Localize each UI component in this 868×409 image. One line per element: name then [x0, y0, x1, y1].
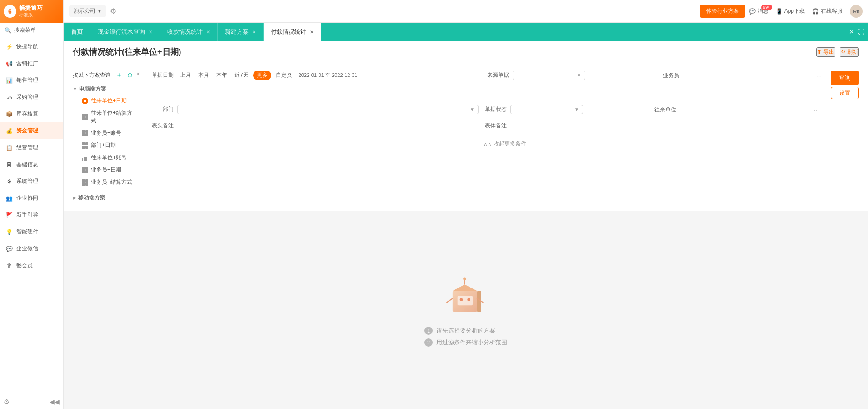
doc-status-select[interactable]: ▼ [510, 105, 583, 114]
tab-new-scheme[interactable]: 新建方案 ✕ [218, 23, 264, 41]
sidebar-search[interactable]: 🔍 搜索菜单 [0, 23, 63, 38]
doc-status-label: 单据状态 [484, 106, 507, 113]
scheme-item-salesperson-settlement[interactable]: 业务员+结算方式 [73, 176, 140, 188]
sidebar-item-finance[interactable]: 💰 资金管理 [0, 122, 63, 139]
sidebar-item-purchase[interactable]: 🛍 采购管理 [0, 89, 63, 106]
date-option-last-month[interactable]: 上月 [177, 71, 194, 80]
date-option-this-year[interactable]: 本年 [214, 71, 230, 80]
sidebar-item-guide[interactable]: 🚩 新手引导 [0, 207, 63, 223]
refresh-btn[interactable]: ↻ 刷新 [840, 47, 859, 57]
source-select[interactable]: ▼ [513, 71, 585, 80]
sidebar: 6 畅捷通巧 标准版 🔍 搜索菜单 ⚡ 快捷导航 📢 营销推广 📊 销售管理 🛍… [0, 0, 64, 409]
messages-btn[interactable]: 💬 消息 99+ [749, 7, 768, 15]
tab-bank-flow[interactable]: 现金银行流水查询 ✕ [90, 23, 160, 41]
scheme-panel-header: 按以下方案查询 ＋ ⊙ « [73, 71, 140, 80]
query-btn[interactable]: 查询 [831, 71, 859, 85]
sidebar-title: 畅捷通巧 [19, 5, 43, 12]
date-option-this-month[interactable]: 本月 [195, 71, 212, 80]
tab-bank-flow-close[interactable]: ✕ [149, 30, 152, 35]
sidebar-settings-btn[interactable]: ⚙ [4, 398, 10, 405]
date-label: 单据日期 [151, 71, 174, 79]
scheme-item-unit-date[interactable]: 往来单位+日期 [73, 95, 140, 107]
online-service-btn[interactable]: 🎧 在线客服 [812, 7, 843, 15]
scheme-add-btn[interactable]: ＋ [115, 71, 124, 80]
tab-income-stats[interactable]: 收款情况统计 ✕ [160, 23, 218, 41]
sidebar-item-inventory[interactable]: 📦 库存核算 [0, 106, 63, 122]
export-btn[interactable]: ⬆ 导出 [816, 47, 835, 57]
sidebar-item-sales[interactable]: 📊 销售管理 [0, 72, 63, 89]
mobile-section-header[interactable]: ▶ 移动端方案 [73, 192, 140, 203]
date-option-last-7days[interactable]: 近7天 [232, 71, 251, 80]
company-selector[interactable]: 演示公司 ▼ [69, 5, 106, 17]
settings-btn[interactable]: 设置 [831, 87, 859, 99]
sidebar-item-enterprise[interactable]: 👥 企业协同 [0, 190, 63, 207]
tab-expand-icon[interactable]: ⛶ [858, 28, 864, 35]
empty-illustration [443, 274, 489, 319]
table-header-note-input[interactable] [177, 121, 479, 131]
query-btn-area: 查询 设置 [831, 71, 859, 99]
user-avatar[interactable]: Rit [850, 5, 863, 18]
sidebar-item-label: 快捷导航 [16, 43, 38, 50]
scheme-item-salesperson-account[interactable]: 业务员+账号 [73, 127, 140, 139]
sidebar-item-system[interactable]: ⚙ 系统管理 [0, 173, 63, 190]
collapse-row: ∧∧ 收起更多条件 [151, 136, 859, 151]
tab-new-scheme-close[interactable]: ✕ [252, 30, 256, 35]
scheme-item-salesperson-date[interactable]: 业务员+日期 [73, 164, 140, 176]
table-body-note-input[interactable] [510, 121, 648, 131]
content-area: 付款情况统计(往来单位+日期) ⬆ 导出 ↻ 刷新 按以下方案查询 ＋ [64, 41, 868, 409]
tab-payment-stats-close[interactable]: ✕ [310, 30, 314, 35]
sidebar-item-hardware[interactable]: 💡 智能硬件 [0, 223, 63, 240]
scheme-item-dept-date[interactable]: 部门+日期 [73, 139, 140, 151]
sidebar-item-weixin[interactable]: 💬 企业微信 [0, 240, 63, 257]
sidebar-item-label: 基础信息 [16, 161, 38, 168]
sidebar-item-quick-nav[interactable]: ⚡ 快捷导航 [0, 38, 63, 55]
tip-num-2: 2 [424, 338, 433, 347]
page-header: 付款情况统计(往来单位+日期) ⬆ 导出 ↻ 刷新 [64, 41, 868, 63]
app-download-btn[interactable]: 📱 App下载 [776, 7, 805, 15]
date-range: 2022-01-01 至 2022-12-31 [299, 72, 358, 79]
sidebar-item-label: 新手引导 [16, 211, 38, 219]
tab-income-stats-close[interactable]: ✕ [206, 30, 210, 35]
filter-counterpart-item: 往来单位 ··· [653, 105, 818, 115]
svg-point-7 [463, 277, 466, 280]
dept-dropdown-icon: ▼ [470, 107, 474, 112]
svg-rect-3 [458, 296, 473, 305]
date-option-more[interactable]: 更多 [253, 71, 271, 80]
scheme-item-unit-settlement[interactable]: 往来单位+结算方式 [73, 107, 140, 127]
salesperson-input[interactable] [683, 71, 815, 81]
sidebar-item-operations[interactable]: 📋 经营管理 [0, 139, 63, 156]
counterpart-input[interactable] [680, 105, 811, 115]
filter-date-item: 单据日期 上月 本月 本年 近7天 更多 自定义 2022-01-01 至 20… [151, 71, 481, 80]
tab-home[interactable]: 首页 [64, 23, 90, 41]
sidebar-item-member[interactable]: ♛ 畅会员 [0, 257, 63, 274]
search-icon: 🔍 [5, 27, 11, 34]
sidebar-collapse-btn[interactable]: ◀◀ [50, 398, 60, 405]
source-label: 来源单据 [486, 71, 509, 79]
scheme-item-unit-account[interactable]: 往来单位+账号 [73, 151, 140, 164]
sidebar-item-label: 采购管理 [16, 93, 38, 101]
main-area: 演示公司 ▼ ⚙ 体验行业方案 💬 消息 99+ 📱 App下载 🎧 在线客服 … [64, 0, 868, 409]
tab-close-all-icon[interactable]: ✕ [849, 28, 854, 35]
sidebar-item-label: 营销推广 [16, 60, 38, 67]
collapse-btn[interactable]: ∧∧ 收起更多条件 [484, 140, 526, 148]
export-label: 导出 [823, 48, 834, 56]
topbar-settings-icon[interactable]: ⚙ [110, 7, 116, 15]
sidebar-item-label: 销售管理 [16, 76, 38, 84]
dept-select[interactable]: ▼ [177, 105, 479, 114]
scheme-item-label: 业务员+日期 [91, 166, 121, 174]
collapse-label: 收起更多条件 [494, 140, 526, 148]
tip-text-1: 请先选择要分析的方案 [436, 327, 495, 335]
sidebar-item-marketing[interactable]: 📢 营销推广 [0, 55, 63, 72]
bar-icon [82, 155, 88, 161]
sidebar-item-basic-info[interactable]: 🗄 基础信息 [0, 156, 63, 173]
scheme-desktop-category: ▼ 电脑端方案 往来单位+日期 往来单位+结算方式 [73, 83, 140, 188]
tabbar: 首页 现金银行流水查询 ✕ 收款情况统计 ✕ 新建方案 ✕ 付款情况统计 ✕ ✕… [64, 23, 868, 41]
date-option-custom[interactable]: 自定义 [273, 71, 295, 80]
tab-payment-stats[interactable]: 付款情况统计 ✕ [264, 23, 321, 41]
scheme-settings-btn[interactable]: ⊙ [125, 71, 135, 80]
scheme-desktop-header[interactable]: ▼ 电脑端方案 [73, 83, 140, 95]
sidebar-item-label: 经营管理 [16, 144, 38, 151]
trial-btn[interactable]: 体验行业方案 [700, 5, 745, 18]
scheme-collapse-btn[interactable]: « [136, 71, 140, 80]
sidebar-nav: ⚡ 快捷导航 📢 营销推广 📊 销售管理 🛍 采购管理 📦 库存核算 💰 资金管… [0, 38, 63, 394]
